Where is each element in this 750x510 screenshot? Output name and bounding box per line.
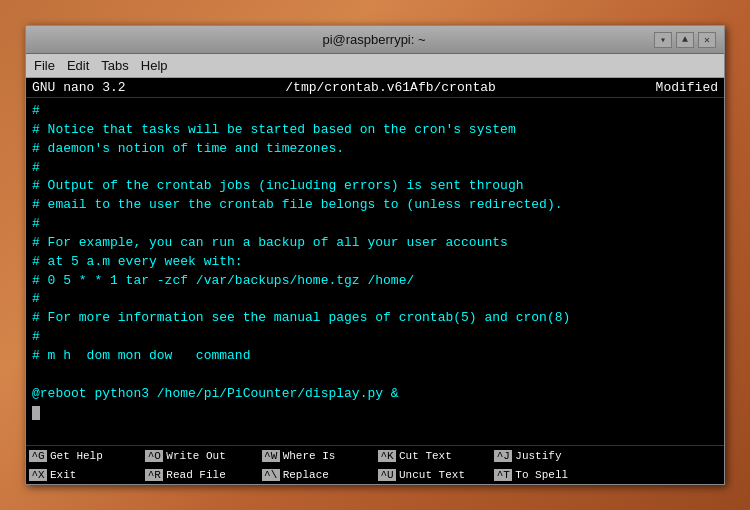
key-writeout: ^O bbox=[145, 450, 163, 462]
editor-line bbox=[32, 405, 40, 420]
nano-footer: ^G Get Help ^O Write Out ^W Where Is ^K … bbox=[26, 445, 724, 484]
key-uncuttext: ^U bbox=[378, 469, 396, 481]
window-controls: ▾ ▲ ✕ bbox=[654, 32, 716, 48]
label-writeout: Write Out bbox=[166, 450, 225, 462]
footer-cell-exit: ^X Exit bbox=[26, 465, 142, 484]
menu-bar: File Edit Tabs Help bbox=[26, 54, 724, 78]
editor-line: # bbox=[32, 103, 40, 118]
label-uncuttext: Uncut Text bbox=[399, 469, 465, 481]
maximize-button[interactable]: ▲ bbox=[676, 32, 694, 48]
footer-cell-replace: ^\ Replace bbox=[259, 465, 375, 484]
editor-line: # email to the user the crontab file bel… bbox=[32, 197, 563, 212]
editor-line: # bbox=[32, 291, 40, 306]
menu-tabs[interactable]: Tabs bbox=[101, 58, 128, 73]
footer-cell-uncuttext: ^U Uncut Text bbox=[375, 465, 491, 484]
label-tospell: To Spell bbox=[515, 469, 568, 481]
editor-line: # daemon's notion of time and timezones. bbox=[32, 141, 344, 156]
editor-line: # at 5 a.m every week with: bbox=[32, 254, 243, 269]
footer-cell-writeout: ^O Write Out bbox=[142, 446, 258, 465]
key-replace: ^\ bbox=[262, 469, 280, 481]
editor-line: # For more information see the manual pa… bbox=[32, 310, 570, 325]
footer-cell-tospell: ^T To Spell bbox=[491, 465, 607, 484]
key-readfile: ^R bbox=[145, 469, 163, 481]
key-justify: ^J bbox=[494, 450, 512, 462]
menu-edit[interactable]: Edit bbox=[67, 58, 89, 73]
label-readfile: Read File bbox=[166, 469, 225, 481]
key-exit: ^X bbox=[29, 469, 47, 481]
footer-row-2: ^X Exit ^R Read File ^\ Replace ^U Uncut… bbox=[26, 465, 724, 484]
editor-line: # Output of the crontab jobs (including … bbox=[32, 178, 523, 193]
editor-line: # Notice that tasks will be started base… bbox=[32, 122, 516, 137]
label-whereis: Where Is bbox=[283, 450, 336, 462]
editor-line: # bbox=[32, 216, 40, 231]
footer-cell-empty1 bbox=[608, 446, 724, 465]
label-cuttext: Cut Text bbox=[399, 450, 452, 462]
label-justify: Justify bbox=[515, 450, 561, 462]
key-whereis: ^W bbox=[262, 450, 280, 462]
editor-line: # bbox=[32, 329, 40, 344]
cursor bbox=[32, 406, 40, 420]
key-gethelp: ^G bbox=[29, 450, 47, 462]
label-gethelp: Get Help bbox=[50, 450, 103, 462]
label-exit: Exit bbox=[50, 469, 76, 481]
footer-cell-whereis: ^W Where Is bbox=[259, 446, 375, 465]
terminal-window: pi@raspberrypi: ~ ▾ ▲ ✕ File Edit Tabs H… bbox=[25, 25, 725, 485]
footer-row-1: ^G Get Help ^O Write Out ^W Where Is ^K … bbox=[26, 446, 724, 465]
title-bar: pi@raspberrypi: ~ ▾ ▲ ✕ bbox=[26, 26, 724, 54]
minimize-button[interactable]: ▾ bbox=[654, 32, 672, 48]
terminal-content[interactable]: GNU nano 3.2 /tmp/crontab.v61Afb/crontab… bbox=[26, 78, 724, 484]
footer-cell-cuttext: ^K Cut Text bbox=[375, 446, 491, 465]
close-button[interactable]: ✕ bbox=[698, 32, 716, 48]
label-replace: Replace bbox=[283, 469, 329, 481]
menu-help[interactable]: Help bbox=[141, 58, 168, 73]
footer-cell-empty2 bbox=[608, 465, 724, 484]
nano-editor[interactable]: # # Notice that tasks will be started ba… bbox=[26, 98, 724, 445]
nano-filename: /tmp/crontab.v61Afb/crontab bbox=[285, 80, 496, 95]
nano-status: Modified bbox=[656, 80, 718, 95]
nano-header: GNU nano 3.2 /tmp/crontab.v61Afb/crontab… bbox=[26, 78, 724, 98]
footer-cell-readfile: ^R Read File bbox=[142, 465, 258, 484]
editor-line: # 0 5 * * 1 tar -zcf /var/backups/home.t… bbox=[32, 273, 414, 288]
window-title: pi@raspberrypi: ~ bbox=[94, 32, 654, 47]
key-tospell: ^T bbox=[494, 469, 512, 481]
footer-cell-justify: ^J Justify bbox=[491, 446, 607, 465]
editor-line: # m h dom mon dow command bbox=[32, 348, 250, 363]
nano-version: GNU nano 3.2 bbox=[32, 80, 126, 95]
footer-cell-gethelp: ^G Get Help bbox=[26, 446, 142, 465]
menu-file[interactable]: File bbox=[34, 58, 55, 73]
editor-line: @reboot python3 /home/pi/PiCounter/displ… bbox=[32, 386, 399, 401]
editor-line: # For example, you can run a backup of a… bbox=[32, 235, 508, 250]
editor-line: # bbox=[32, 160, 40, 175]
key-cuttext: ^K bbox=[378, 450, 396, 462]
